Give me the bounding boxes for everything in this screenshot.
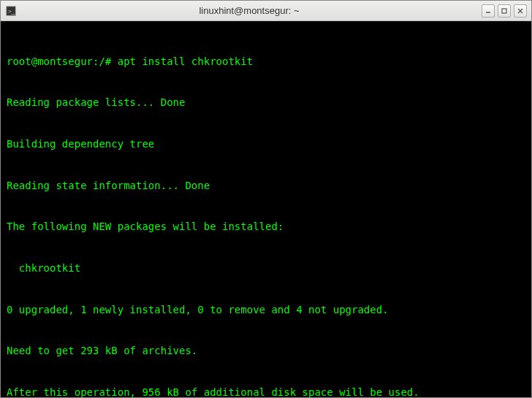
titlebar[interactable]: >_ linuxhint@montsegur: ~ <box>1 1 531 21</box>
output-line: The following NEW packages will be insta… <box>7 220 525 234</box>
output-line: After this operation, 956 kB of addition… <box>7 386 525 397</box>
window-buttons <box>482 4 527 18</box>
svg-rect-3 <box>502 9 506 13</box>
command-text: apt install chkrootkit <box>118 55 253 69</box>
output-line: Reading package lists... Done <box>7 96 525 110</box>
terminal-area[interactable]: root@montsegur:/# apt install chkrootkit… <box>1 21 531 397</box>
output-line: 0 upgraded, 1 newly installed, 0 to remo… <box>7 303 525 317</box>
output-line: Building dependency tree <box>7 137 525 151</box>
prompt: root@montsegur:/# <box>7 55 118 69</box>
app-icon: >_ <box>5 5 17 17</box>
window-title: linuxhint@montsegur: ~ <box>21 5 477 16</box>
command-line-1: root@montsegur:/# apt install chkrootkit <box>7 55 525 69</box>
terminal-window: >_ linuxhint@montsegur: ~ root@montsegur… <box>0 0 532 398</box>
close-button[interactable] <box>514 4 527 18</box>
maximize-button[interactable] <box>498 4 511 18</box>
output-line: Need to get 293 kB of archives. <box>7 344 525 358</box>
minimize-button[interactable] <box>482 4 495 18</box>
svg-text:>_: >_ <box>8 8 15 15</box>
output-line: Reading state information... Done <box>7 179 525 193</box>
output-line: chkrootkit <box>7 261 525 275</box>
